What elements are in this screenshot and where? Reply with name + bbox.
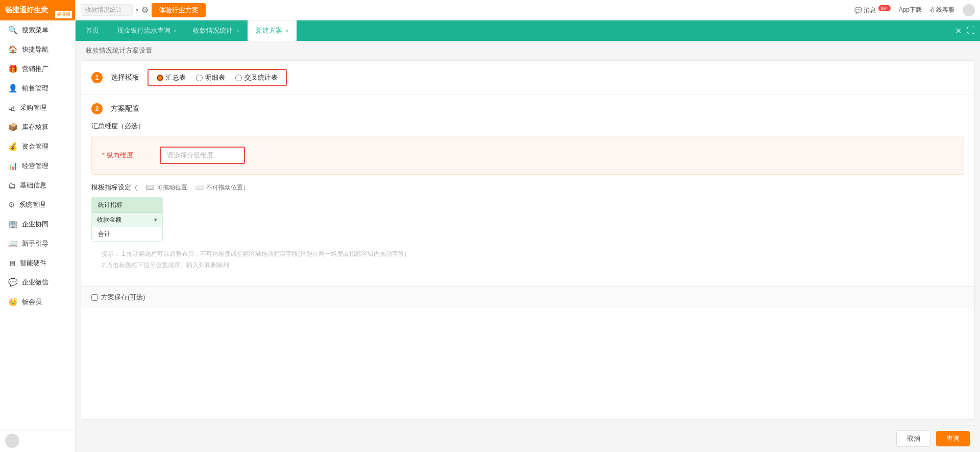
download-label[interactable]: App下载	[899, 6, 922, 14]
dimension-area: * 纵向维度 —— 请选择分组维度	[91, 136, 964, 175]
dimension-title: 汇总维度（必选）	[91, 122, 964, 131]
metrics-table-header: 统计指标	[92, 198, 162, 213]
sidebar-item-sales[interactable]: 👤销售管理	[0, 79, 75, 98]
sidebar-item-system[interactable]: ⚙系统管理	[0, 195, 75, 215]
step1-badge: 1	[91, 72, 103, 83]
tab-close-receipts[interactable]: ×	[236, 28, 239, 34]
step2-row: 2 方案配置	[91, 103, 964, 114]
tab-label-new-plan: 新建方案	[256, 26, 282, 35]
not-drag-indicator	[195, 185, 204, 190]
save-option[interactable]: 方案保存(可选)	[91, 293, 145, 302]
tab-home[interactable]: 首页	[76, 20, 109, 41]
cancel-button[interactable]: 取消	[896, 431, 931, 447]
metrics-header: 模板指标设定（ 可拖动位置 不可拖动位置）	[91, 183, 964, 192]
sidebar-item-ops[interactable]: 📊经营管理	[0, 156, 75, 176]
sidebar-item-purchase[interactable]: 🛍采购管理	[0, 98, 75, 117]
purchase-icon: 🛍	[8, 104, 16, 112]
sidebar-label-marketing: 营销推广	[22, 64, 48, 74]
sidebar-item-wechat[interactable]: 💬企业微信	[0, 273, 75, 292]
draggable-legend: 可拖动位置	[146, 183, 187, 192]
metrics-col-name-0: 收款金额	[97, 216, 121, 224]
sidebar-item-marketing[interactable]: 🎁营销推广	[0, 59, 75, 79]
metrics-section: 模板指标设定（ 可拖动位置 不可拖动位置） 统计指标 收	[91, 183, 964, 242]
metrics-col-dropdown-0[interactable]: ▾	[154, 217, 157, 223]
sidebar-logo-badge: 标准版	[55, 11, 72, 18]
tab-close-cashflow[interactable]: ×	[174, 28, 177, 34]
page-content: 收款情况统计方案设置 1 选择模板 汇总表 明细表	[76, 41, 980, 452]
radio-summary-label: 汇总表	[166, 73, 186, 82]
tab-new-plan[interactable]: 新建方案×	[248, 20, 297, 41]
radio-summary-input[interactable]	[157, 75, 163, 81]
sidebar-label-inventory: 库存核算	[22, 123, 48, 132]
radio-cross-input[interactable]	[235, 75, 242, 81]
content-box: 1 选择模板 汇总表 明细表 交叉统计表	[81, 60, 975, 420]
radio-cross-label: 交叉统计表	[244, 73, 278, 82]
sidebar-item-funds[interactable]: 💰资金管理	[0, 137, 75, 156]
sidebar-label-ops: 经营管理	[22, 161, 48, 171]
tab-label-receipts: 收款情况统计	[193, 26, 233, 35]
sidebar-label-purchase: 采购管理	[20, 103, 46, 112]
drag-indicator	[146, 185, 154, 190]
close-window-icon[interactable]: ✕	[955, 26, 962, 36]
dimension-select[interactable]: 请选择分组维度	[160, 147, 245, 164]
sidebar-item-inventory[interactable]: 📦库存核算	[0, 117, 75, 137]
sidebar-label-guide: 新手引导	[22, 239, 48, 248]
tab-cashflow[interactable]: 现金银行流水查询×	[109, 20, 185, 41]
metrics-col-0[interactable]: 收款金额 ▾	[92, 213, 162, 227]
dimension-row: * 纵向维度 —— 请选择分组维度	[102, 147, 953, 164]
sidebar-label-search: 搜索菜单	[22, 26, 48, 35]
trial-button[interactable]: 体验行业方案	[152, 3, 206, 17]
sidebar-item-member[interactable]: 👑畅会员	[0, 292, 75, 312]
sidebar-item-corp[interactable]: 🏢企业协同	[0, 215, 75, 234]
sidebar-label-wechat: 企业微信	[22, 278, 48, 287]
user-avatar[interactable]	[963, 4, 975, 16]
sidebar-label-funds: 资金管理	[22, 142, 48, 151]
tab-close-new-plan[interactable]: ×	[285, 28, 288, 34]
step1-row: 1 选择模板 汇总表 明细表 交叉统计表	[91, 69, 964, 86]
draggable-label: 可拖动位置	[157, 183, 187, 192]
message-badge: 99+	[878, 5, 890, 11]
radio-detail-input[interactable]	[196, 75, 203, 81]
template-options: 汇总表 明细表 交叉统计表	[148, 69, 287, 86]
step2-badge: 2	[91, 103, 103, 114]
service-label[interactable]: 在线客服	[930, 6, 954, 14]
step2-label: 方案配置	[111, 104, 139, 113]
radio-detail[interactable]: 明细表	[196, 73, 225, 82]
message-area[interactable]: 💬 消息 99+	[854, 6, 891, 15]
sidebar-logo-text: 畅捷通好生意	[5, 6, 48, 15]
sidebar-item-basic[interactable]: 🗂基础信息	[0, 176, 75, 195]
search-icon: 🔍	[8, 26, 18, 35]
sidebar-item-quick-nav[interactable]: 🏠快捷导航	[0, 40, 75, 59]
radio-cross[interactable]: 交叉统计表	[235, 73, 278, 82]
sidebar-bottom	[0, 429, 75, 452]
sidebar-logo: 畅捷通好生意 标准版	[0, 0, 75, 20]
metrics-table: 统计指标 收款金额 ▾ 合计	[91, 197, 163, 242]
sales-icon: 👤	[8, 84, 18, 93]
save-checkbox[interactable]	[91, 294, 98, 301]
sidebar-item-search[interactable]: 🔍搜索菜单	[0, 20, 75, 40]
query-button[interactable]: 查询	[936, 431, 970, 446]
tip-2: 2.点击标题栏下拉可设置排序、插入列和删除列	[102, 260, 954, 271]
main-area: 收款情况统计 ▾ ⚙ 体验行业方案 💬 消息 99+ App下载 在线客服 首页…	[76, 0, 980, 452]
sidebar-item-hardware[interactable]: 🖥智能硬件	[0, 253, 75, 273]
breadcrumb: 收款情况统计	[81, 4, 133, 16]
corp-icon: 🏢	[8, 220, 18, 229]
quick-nav-icon: 🏠	[8, 45, 18, 54]
gear-icon[interactable]: ⚙	[141, 5, 149, 15]
sidebar-label-basic: 基础信息	[20, 181, 46, 190]
tips-section: 提示： 1.拖动标题栏可以调整布局，不可跨维度或指标区域拖动栏目字段(只能在同一…	[91, 242, 964, 278]
tab-bar: 首页现金银行流水查询×收款情况统计×新建方案× ✕ ⛶	[76, 20, 980, 41]
sidebar-item-guide[interactable]: 📖新手引导	[0, 234, 75, 253]
step1-section: 1 选择模板 汇总表 明细表 交叉统计表	[81, 61, 974, 95]
metrics-title: 模板指标设定（	[91, 183, 138, 192]
member-icon: 👑	[8, 297, 18, 306]
guide-icon: 📖	[8, 239, 18, 248]
sidebar-label-system: 系统管理	[19, 200, 45, 209]
funds-icon: 💰	[8, 142, 18, 151]
expand-icon[interactable]: ⛶	[967, 26, 975, 35]
hardware-icon: 🖥	[8, 259, 16, 268]
tab-receipts[interactable]: 收款情况统计×	[185, 20, 247, 41]
marketing-icon: 🎁	[8, 64, 18, 74]
radio-detail-label: 明细表	[205, 73, 225, 82]
radio-summary[interactable]: 汇总表	[157, 73, 186, 82]
